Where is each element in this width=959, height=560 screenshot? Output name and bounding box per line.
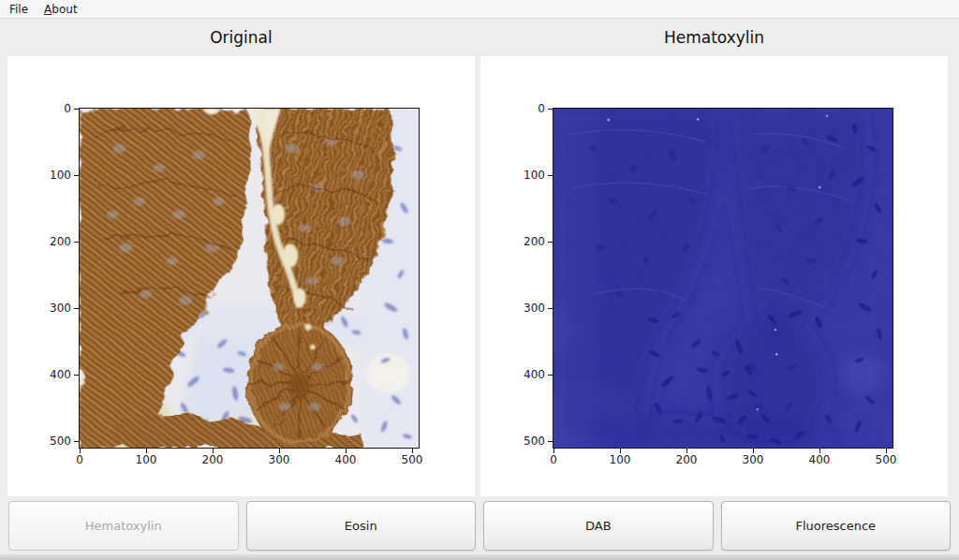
x-tick-mark: [819, 449, 820, 453]
y-tick-label: 200: [487, 235, 545, 249]
hematoxylin-plot: 0 100 200 300 400 500 0 100 200 300 400 …: [553, 108, 893, 449]
y-tick-label: 500: [13, 435, 71, 449]
menu-bar: File About: [0, 0, 959, 19]
hematoxylin-image: [553, 108, 893, 449]
x-tick-mark: [146, 449, 147, 453]
x-tick-mark: [279, 449, 280, 453]
panel-title-original: Original: [7, 28, 475, 47]
y-tick-label: 300: [13, 302, 71, 316]
panel-title-hematoxylin: Hematoxylin: [480, 28, 948, 47]
original-image: [79, 108, 420, 449]
x-tick-mark: [686, 449, 687, 453]
x-tick-mark: [553, 449, 554, 453]
x-tick-label: 0: [533, 453, 574, 466]
x-tick-label: 400: [325, 453, 366, 466]
app-window: File About Original Hematoxylin 0 100 20…: [0, 0, 959, 560]
dab-button[interactable]: DAB: [483, 501, 714, 551]
stain-button-row: Hematoxylin Eosin DAB Fluorescence: [0, 501, 959, 551]
original-plot: 0 100 200 300 400 500 0 100 200 300 400 …: [79, 108, 420, 449]
y-tick-label: 400: [13, 368, 71, 382]
y-tick-label: 200: [13, 235, 71, 249]
y-tick-label: 300: [487, 302, 545, 316]
x-tick-mark: [886, 449, 887, 453]
x-tick-label: 100: [125, 453, 167, 466]
hematoxylin-panel: 0 100 200 300 400 500 0 100 200 300 400 …: [480, 56, 948, 496]
eosin-button[interactable]: Eosin: [246, 501, 477, 551]
x-tick-mark: [753, 449, 754, 453]
menu-about[interactable]: About: [44, 3, 78, 16]
x-tick-label: 200: [666, 453, 707, 466]
x-tick-mark: [620, 449, 621, 453]
y-tick-label: 100: [487, 169, 545, 183]
original-panel: 0 100 200 300 400 500 0 100 200 300 400 …: [7, 56, 475, 496]
x-tick-label: 500: [865, 453, 907, 466]
x-tick-mark: [80, 449, 81, 453]
y-tick-label: 500: [487, 435, 545, 449]
x-tick-label: 500: [391, 453, 433, 466]
y-tick-label: 0: [13, 102, 71, 116]
x-tick-label: 100: [599, 453, 641, 466]
y-tick-label: 400: [487, 368, 545, 382]
x-tick-label: 200: [192, 453, 233, 466]
x-tick-label: 0: [59, 453, 100, 466]
x-tick-mark: [213, 449, 214, 453]
window-bottom-edge: [0, 554, 959, 560]
y-tick-label: 100: [13, 169, 71, 183]
x-tick-mark: [412, 449, 413, 453]
x-tick-mark: [346, 449, 347, 453]
y-tick-label: 0: [487, 102, 545, 116]
x-tick-label: 300: [732, 453, 774, 466]
x-tick-label: 300: [258, 453, 300, 466]
menu-file[interactable]: File: [9, 3, 28, 16]
fluorescence-button[interactable]: Fluorescence: [721, 501, 952, 551]
hematoxylin-button[interactable]: Hematoxylin: [8, 501, 239, 551]
x-tick-label: 400: [799, 453, 840, 466]
